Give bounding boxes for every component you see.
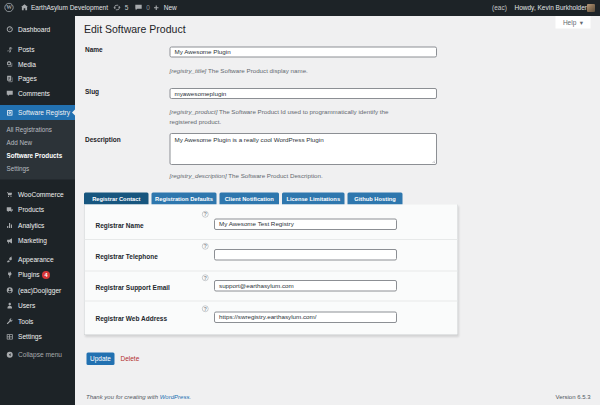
svg-text:W: W <box>6 4 12 10</box>
